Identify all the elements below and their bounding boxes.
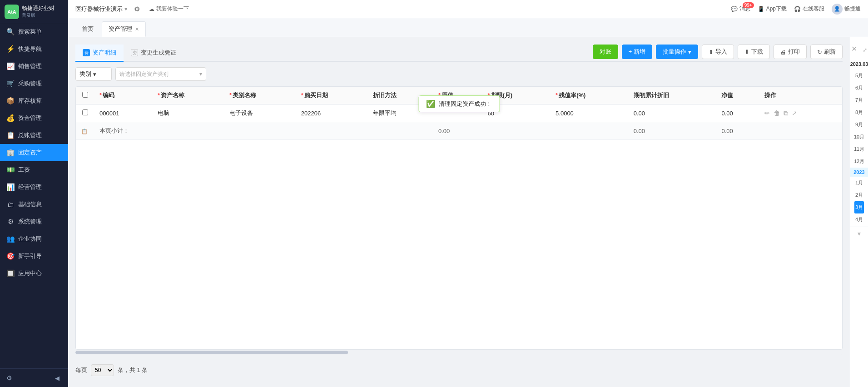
per-page-select[interactable]: 50 100 200 [91, 364, 114, 376]
sidebar-label-3: 采购管理 [18, 79, 42, 88]
row-checkbox-0[interactable] [82, 109, 88, 115]
category-value-chevron-icon: ▾ [199, 71, 202, 77]
message-button[interactable]: 💬 消息 99+ [731, 5, 750, 13]
rp-month-7月[interactable]: 7月 [853, 94, 865, 106]
sidebar-label-4: 库存核算 [18, 97, 42, 105]
topbar-settings-icon[interactable]: ⚙ [134, 5, 140, 13]
rp-month-12月[interactable]: 12月 [853, 155, 865, 168]
rp-month-4月[interactable]: 4月 [854, 213, 864, 226]
row-code-0: 000001 [94, 104, 152, 122]
batch-label: 批量操作 [663, 48, 686, 56]
sidebar-bottom: ⚙ ◀ [0, 368, 68, 387]
sub-tab-change-voucher[interactable]: 变 变更生成凭证 [124, 45, 184, 62]
sidebar-logo: AtA 畅捷通好业财 普及版 [0, 0, 68, 23]
sidebar-item-库存核算[interactable]: 📦库存核算 [0, 92, 68, 109]
subtotal-original: 0.00 [433, 122, 482, 140]
rp-month-6月[interactable]: 6月 [853, 82, 865, 94]
tabbar: 首页 资产管理 ✕ [68, 18, 868, 37]
copy-icon-0[interactable]: ⧉ [784, 109, 788, 117]
toast-message: 清理固定资产成功！ [439, 100, 492, 108]
subtotal-row: 📋 本页小计： 0.00 0.00 0.00 [76, 122, 842, 140]
more-icon-0[interactable]: ↗ [792, 109, 797, 117]
sidebar-item-企业协同[interactable]: 👥企业协同 [0, 230, 68, 248]
new-button[interactable]: + 新增 [622, 45, 652, 59]
rp-month-9月[interactable]: 9月 [853, 119, 865, 131]
tab-home[interactable]: 首页 [75, 21, 100, 37]
reconcile-label: 对账 [600, 48, 611, 56]
close-tab-icon[interactable]: ✕ [135, 26, 139, 32]
right-panel-controls: ✕ ⤢ [850, 41, 868, 59]
edit-icon-0[interactable]: ✏ [764, 109, 770, 117]
user-profile[interactable]: 👤 畅捷通 [832, 4, 861, 15]
asset-tab-label: 资产管理 [109, 25, 132, 33]
download-icon: ⬇ [744, 49, 749, 55]
sidebar-item-搜索菜单[interactable]: 🔍搜索菜单 [0, 23, 68, 40]
import-button[interactable]: ⬆ 导入 [702, 45, 734, 59]
print-button[interactable]: 🖨 打印 [774, 45, 807, 59]
topbar-right: 💬 消息 99+ 📱 App下载 🎧 在线客服 👤 畅捷通 [731, 4, 861, 15]
online-service-button[interactable]: 🎧 在线客服 [794, 5, 824, 13]
collapse-button[interactable]: ◀ [53, 373, 62, 382]
download-button[interactable]: ⬇ 下载 [738, 45, 770, 59]
row-net-0: 0.00 [716, 104, 759, 122]
rp-month-10月[interactable]: 10月 [853, 131, 865, 143]
sidebar-label-8: 工资 [18, 166, 30, 174]
right-panel-expand-icon[interactable]: ⤢ [861, 45, 868, 55]
company-selector[interactable]: 医疗器械行业演示 ▾ [75, 5, 128, 13]
sidebar-item-应用中心[interactable]: 🔲应用中心 [0, 265, 68, 282]
row-checkbox-cell [76, 104, 94, 122]
reconcile-button[interactable]: 对账 [593, 45, 618, 59]
sidebar-item-新手引导[interactable]: 🎯新手引导 [0, 248, 68, 265]
category-value-select[interactable]: 请选择固定资产类别 ▾ [115, 67, 206, 81]
batch-button[interactable]: 批量操作 ▾ [656, 45, 698, 59]
sidebar-label-2: 销售管理 [18, 62, 42, 70]
sidebar-item-采购管理[interactable]: 🛒采购管理 [0, 75, 68, 92]
rp-month-5月[interactable]: 5月 [853, 69, 865, 82]
horizontal-scrollbar[interactable] [75, 350, 843, 355]
col-code: *编码 [94, 87, 152, 104]
sidebar-item-快捷导航[interactable]: ⚡快捷导航 [0, 40, 68, 58]
row-init-dep-0: 0.00 [628, 104, 716, 122]
change-voucher-label: 变更生成凭证 [141, 49, 176, 57]
sidebar-icon-1: ⚡ [6, 45, 15, 53]
per-page-label: 每页 [75, 366, 87, 374]
import-label: 导入 [715, 48, 727, 56]
sidebar-icon-13: 🎯 [6, 252, 15, 260]
select-all-checkbox[interactable] [82, 92, 88, 98]
col-name: *资产名称 [152, 87, 224, 104]
settings-icon[interactable]: ⚙ [6, 374, 12, 382]
right-panel-close-icon[interactable]: ✕ [850, 43, 859, 55]
print-icon: 🖨 [780, 49, 786, 55]
sidebar-icon-0: 🔍 [6, 28, 15, 36]
sidebar-item-资金管理[interactable]: 💰资金管理 [0, 109, 68, 127]
rp-month-1月[interactable]: 1月 [854, 177, 864, 189]
right-panel-divider [850, 227, 868, 227]
tab-asset-management[interactable]: 资产管理 ✕ [102, 21, 146, 37]
asset-table: *编码 *资产名称 *类别名称 *购买日期 折旧方法 *原值 *期限(月) *残… [76, 87, 842, 140]
sidebar-item-系统管理[interactable]: ⚙系统管理 [0, 213, 68, 230]
toast-check-icon: ✅ [426, 99, 435, 108]
category-type-select[interactable]: 类别 ▾ [75, 67, 112, 81]
right-panel-down-arrow[interactable]: ▼ [854, 228, 865, 240]
rp-month-3月[interactable]: 3月 [854, 201, 864, 213]
sidebar-item-经营管理[interactable]: 📊经营管理 [0, 179, 68, 196]
rp-month-8月[interactable]: 8月 [853, 106, 865, 119]
app-download-button[interactable]: 📱 App下载 [758, 5, 787, 13]
subtotal-empty2 [550, 122, 628, 140]
rp-month-11月[interactable]: 11月 [853, 143, 865, 155]
experience-button[interactable]: ☁ 我要体验一下 [149, 5, 189, 13]
rp-month-2月[interactable]: 2月 [854, 189, 864, 201]
refresh-button[interactable]: ↻ 刷新 [810, 45, 843, 59]
delete-icon-0[interactable]: 🗑 [774, 109, 780, 117]
message-badge: 99+ [743, 2, 754, 8]
sidebar-item-工资[interactable]: 💵工资 [0, 161, 68, 179]
row-date-0: 202206 [296, 104, 367, 122]
sidebar-item-固定资产[interactable]: 🏢固定资产 [0, 144, 68, 161]
sub-tab-asset-detail[interactable]: 资 资产明细 [75, 45, 124, 62]
sidebar-item-总账管理[interactable]: 📋总账管理 [0, 127, 68, 144]
sidebar-item-基础信息[interactable]: 🗂基础信息 [0, 196, 68, 213]
sidebar-label-7: 固定资产 [18, 149, 42, 157]
sidebar-icon-11: ⚙ [6, 218, 15, 226]
sidebar-item-销售管理[interactable]: 📈销售管理 [0, 58, 68, 75]
sidebar-icon-7: 🏢 [6, 149, 15, 157]
